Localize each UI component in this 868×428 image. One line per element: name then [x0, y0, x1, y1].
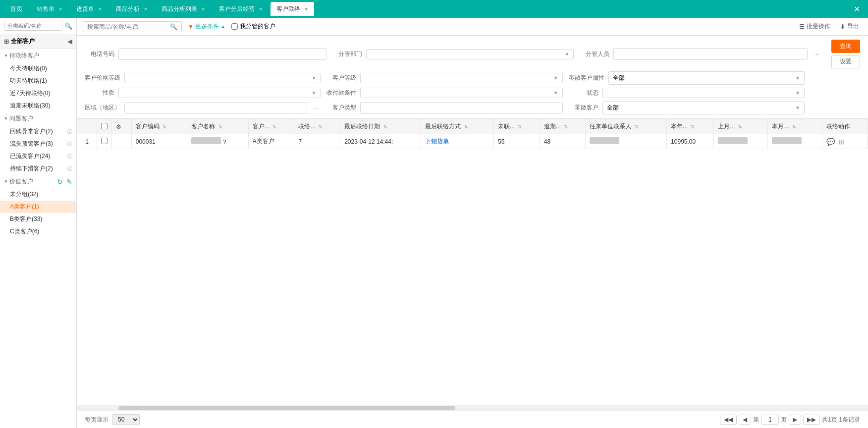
col-header-type[interactable]: 客户... ⇅: [248, 119, 294, 134]
nature-arrow: ▼: [311, 90, 316, 96]
filter-price-grade-select[interactable]: ▼: [124, 73, 321, 83]
sort-last-month: ⇅: [738, 124, 742, 129]
next-page-btn[interactable]: ▶: [789, 415, 801, 425]
filter-customer-grade-select[interactable]: ▼: [360, 73, 562, 83]
filter-dept: 分管部门 ▼: [332, 49, 574, 59]
nav-tab-analysis-list[interactable]: 商品分析列表 ✕: [156, 2, 211, 16]
filter-search-container: 🔍: [83, 21, 182, 32]
filter-status-select[interactable]: ▼: [602, 88, 805, 98]
col-header-last-date[interactable]: 最后联络日期 ⇅: [340, 119, 421, 134]
filter-region-input[interactable]: [124, 102, 307, 114]
data-table: ⚙ 客户编码 ⇅ 客户名称 ⇅ 客户... ⇅: [77, 119, 868, 149]
sidebar-item-unclassified[interactable]: 未分组(32): [0, 188, 76, 201]
sidebar-item-7days[interactable]: 近7天待联络(0): [0, 87, 76, 100]
filter-phone-input[interactable]: [118, 48, 326, 60]
sidebar-item-declining[interactable]: 持续下滑客户(2) ⓘ: [0, 162, 76, 175]
settings-button[interactable]: 设置: [831, 55, 860, 68]
sidebar-search-icon[interactable]: 🔍: [64, 22, 72, 30]
page-number-input[interactable]: [761, 415, 779, 425]
grid-action-icon[interactable]: ⊞: [839, 138, 845, 146]
filter-dept-select[interactable]: ▼: [366, 49, 574, 59]
filter-region-more[interactable]: ···: [311, 104, 321, 112]
filter-more-btn[interactable]: ▼ 更多条件 ▲: [188, 22, 225, 31]
scrollbar-thumb[interactable]: [118, 406, 455, 410]
sidebar-collapse-icon[interactable]: ◀: [67, 38, 72, 45]
my-customers-check[interactable]: [231, 23, 238, 30]
sidebar-item-tomorrow[interactable]: 明天待联络(1): [0, 75, 76, 87]
sidebar-item-churned[interactable]: 已流失客户(24) ⓘ: [0, 150, 76, 162]
first-page-btn[interactable]: ◀◀: [720, 415, 737, 425]
sidebar-item-class-a[interactable]: A类客户(1): [0, 201, 76, 213]
nav-tab-sales[interactable]: 销售单 ✕: [31, 2, 68, 16]
close-tab-purchase[interactable]: ✕: [98, 6, 102, 12]
filter-manager-input[interactable]: [613, 48, 808, 60]
cell-unit-contact: [586, 134, 667, 149]
per-page-label: 每页显示: [85, 416, 108, 424]
close-tab-customer-contact[interactable]: ✕: [304, 6, 308, 12]
batch-op-btn[interactable]: ☰ 批量操作: [796, 21, 833, 32]
col-header-name[interactable]: 客户名称 ⇅: [187, 119, 248, 134]
horizontal-scrollbar[interactable]: [77, 405, 868, 411]
query-button[interactable]: 查询: [831, 40, 860, 53]
filter-customer-type-input[interactable]: [360, 102, 562, 114]
col-header-this-year[interactable]: 本年... ⇅: [667, 119, 714, 134]
last-page-btn[interactable]: ▶▶: [803, 415, 820, 425]
row-checkbox[interactable]: [101, 138, 108, 144]
all-customers-title: ⊞ 全部客户: [4, 37, 35, 46]
col-header-contact[interactable]: 联络... ⇅: [294, 119, 340, 134]
sidebar-item-class-b[interactable]: B类客户(33): [0, 213, 76, 225]
sort-type: ⇅: [272, 124, 276, 129]
close-tab-analysis[interactable]: ✕: [144, 6, 148, 12]
filter-manager-more[interactable]: ···: [812, 50, 821, 58]
close-tab-analysis-list[interactable]: ✕: [201, 6, 205, 12]
filter-nature-select[interactable]: ▼: [118, 88, 321, 98]
window-close-btn[interactable]: ✕: [850, 4, 864, 14]
nav-tab-customer-mgmt[interactable]: 客户分层经营 ✕: [213, 2, 269, 16]
edit-icon[interactable]: ✎: [66, 178, 72, 186]
sort-this-year: ⇅: [691, 124, 695, 129]
cell-check[interactable]: [97, 134, 112, 149]
col-header-last-month[interactable]: 上月... ⇅: [714, 119, 768, 134]
col-header-unit-contact[interactable]: 往来单位联系人 ⇅: [586, 119, 667, 134]
close-tab-sales[interactable]: ✕: [58, 6, 62, 12]
sidebar-search-input[interactable]: [4, 21, 62, 31]
section-pending-contact[interactable]: ▼ 待联络客户: [0, 49, 76, 62]
close-tab-customer-mgmt[interactable]: ✕: [259, 6, 263, 12]
filter-scatter-attr-select[interactable]: 全部 ▼: [608, 71, 805, 85]
prev-page-btn[interactable]: ◀: [739, 415, 751, 425]
sidebar-item-overdue[interactable]: 逾期未联络(30): [0, 100, 76, 112]
section-problem-customers[interactable]: ▼ 问题客户: [0, 112, 76, 125]
select-all-checkbox[interactable]: [101, 123, 108, 129]
table-settings-icon[interactable]: ⚙: [116, 123, 121, 130]
nav-home[interactable]: 首页: [4, 2, 29, 16]
col-header-code[interactable]: 客户编码 ⇅: [131, 119, 187, 134]
message-icon[interactable]: 💬: [826, 138, 835, 146]
col-header-last-method[interactable]: 最后联络方式 ⇅: [421, 119, 494, 134]
sidebar: 🔍 ⊞ 全部客户 ◀ ▼ 待联络客户 今天待联络(0) 明天待联络(1) 近7天…: [0, 18, 77, 428]
col-header-this-month[interactable]: 本月... ⇅: [768, 119, 822, 134]
filter-search-icon[interactable]: 🔍: [170, 23, 177, 30]
col-header-settings[interactable]: ⚙: [112, 119, 132, 134]
sidebar-item-today[interactable]: 今天待联络(0): [0, 62, 76, 75]
my-customers-checkbox[interactable]: 我分管的客户: [231, 22, 275, 31]
col-header-check[interactable]: [97, 119, 112, 134]
refresh-icon[interactable]: ↻: [57, 178, 63, 186]
export-btn[interactable]: ⬇ 导出: [837, 21, 862, 32]
batch-icon: ☰: [799, 23, 805, 30]
filter-search-input[interactable]: [87, 23, 168, 30]
col-header-overdue[interactable]: 逾期... ⇅: [540, 119, 586, 134]
section-value-customers[interactable]: ▼ 价值客户 ↻ ✎: [0, 175, 76, 188]
filter-payment-select[interactable]: ▼: [360, 88, 562, 98]
sidebar-item-churn-warning[interactable]: 流失预警客户(3) ⓘ: [0, 138, 76, 150]
sidebar-item-repurchase-anomaly[interactable]: 回购异常客户(2) ⓘ: [0, 125, 76, 138]
cell-last-method[interactable]: 下销货单: [421, 134, 494, 149]
filter-scatter-select[interactable]: 全部 ▼: [602, 101, 805, 114]
per-page-select[interactable]: 50 100 200: [112, 414, 140, 425]
sidebar-item-class-c[interactable]: C类客户(6): [0, 225, 76, 238]
nav-tab-analysis[interactable]: 商品分析 ✕: [110, 2, 154, 16]
nav-tab-customer-contact[interactable]: 客户联络 ✕: [271, 2, 314, 16]
last-month-blurred: [718, 137, 748, 144]
sort-overdue: ⇅: [564, 124, 568, 129]
col-header-no-contact[interactable]: 未联... ⇅: [494, 119, 540, 134]
nav-tab-purchase[interactable]: 进货单 ✕: [70, 2, 108, 16]
